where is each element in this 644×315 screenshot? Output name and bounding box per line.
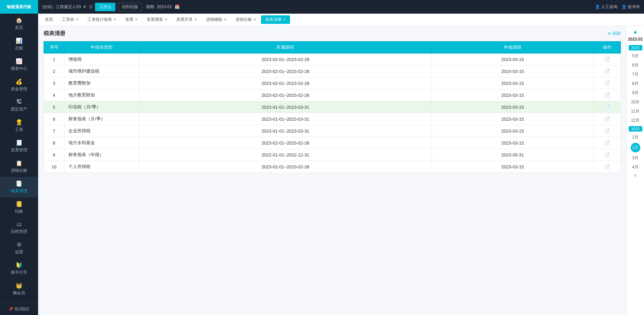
sidebar-item-guide[interactable]: 🔰 新手引导	[0, 258, 38, 279]
tab-tax-register[interactable]: 税表清册 ✕	[261, 15, 290, 24]
view-action-icon[interactable]: 📄	[604, 152, 610, 158]
month-11[interactable]: 11月	[629, 108, 642, 115]
month-5[interactable]: 5月	[629, 52, 642, 60]
period-value: 2023-02	[157, 4, 172, 9]
sidebar-item-purchase-sales[interactable]: 📋 进销台账	[0, 156, 38, 177]
view-action-icon[interactable]: 📄	[604, 164, 610, 169]
period-display: 期期 2023-02 📅	[146, 4, 180, 10]
month-8[interactable]: 8月	[629, 80, 642, 87]
month-12[interactable]: 12月	[629, 117, 642, 124]
cell-type: 个人所得税	[64, 161, 139, 173]
month-7[interactable]: 7月	[629, 71, 642, 78]
close-tab-salary[interactable]: ✕	[76, 17, 79, 22]
tab-salary-report[interactable]: 工资统计报表 ✕	[83, 15, 120, 24]
refresh-button[interactable]: ↻ 刷新	[608, 31, 621, 36]
cell-type: 企业所得税	[64, 125, 139, 137]
topbar-right: 👤 人工咨询 👤 徐泽华	[595, 4, 640, 10]
cell-no: 1	[44, 54, 64, 65]
view-action-icon[interactable]: 📄	[604, 104, 610, 110]
view-action-icon[interactable]: 📄	[604, 69, 610, 74]
sidebar-item-ledger[interactable]: 📊 总账	[0, 34, 38, 55]
avatar-icon: 👤	[622, 4, 627, 9]
sidebar-item-salary[interactable]: 👷 工资	[0, 116, 38, 136]
dropdown-icon: ▼	[83, 4, 87, 9]
sidebar-item-reports[interactable]: 📈 报表中心	[0, 55, 38, 75]
month-9[interactable]: 9月	[629, 89, 642, 96]
cell-deadline: 2023-03-15	[432, 137, 593, 149]
cell-action: 📄	[594, 137, 621, 149]
close-tab-invoice-issue[interactable]: ✕	[194, 17, 197, 22]
view-action-icon[interactable]: 📄	[604, 92, 610, 98]
year-2023-chip[interactable]: 2023	[629, 45, 642, 50]
sidebar-item-label: 畅会员	[13, 290, 25, 296]
tab-invoice[interactable]: 发票 ✕	[121, 15, 142, 24]
cell-no: 2	[44, 65, 64, 77]
company-selector[interactable]: (勿动）江西服宝-LSS ▼	[42, 4, 87, 10]
page-area: 税表清册 ↻ 刷新 序号 申报表类型 所属期间 申报期限 操作	[38, 26, 626, 315]
nav-down-arrow[interactable]: ▼	[633, 173, 638, 179]
workstation-button[interactable]: 工作台	[95, 3, 115, 11]
table-row: 10 个人所得税 2023-02-01~2023-02-28 2023-03-1…	[44, 161, 621, 173]
pin-icon: 📌	[9, 307, 13, 311]
tab-purchase-ledger[interactable]: 进销台账 ✕	[231, 15, 260, 24]
view-action-icon[interactable]: 📄	[604, 128, 610, 134]
close-accounts-icon: 📒	[16, 201, 22, 207]
ledger-icon: 📊	[16, 38, 22, 44]
view-action-icon[interactable]: 📄	[604, 116, 610, 122]
view-action-icon[interactable]: 📄	[604, 57, 610, 62]
cancel-fix-button[interactable]: 📌 取消固定	[0, 303, 38, 315]
tab-salary-table[interactable]: 工资表 ✕	[58, 15, 83, 24]
tab-invoice-issue[interactable]: 发票开具 ✕	[172, 15, 201, 24]
sidebar-item-settings[interactable]: ⚙ 设置	[0, 238, 38, 258]
sidebar-item-fixed-assets[interactable]: 🏗 固定资产	[0, 95, 38, 116]
sidebar-item-invoice[interactable]: 🧾 发票管理	[0, 136, 38, 156]
cell-period: 2023-01-01~2023-03-31	[139, 125, 432, 137]
sidebar-item-member[interactable]: 👑 畅会员	[0, 279, 38, 299]
view-action-icon[interactable]: 📄	[604, 140, 610, 146]
month-2-active[interactable]: 2月	[631, 143, 640, 152]
home-icon: 🏠	[16, 17, 22, 24]
switch-old-button[interactable]: 切到旧版	[118, 3, 142, 11]
close-tab-invoice[interactable]: ✕	[135, 17, 138, 22]
sidebar-item-funds[interactable]: 💰 资金管理	[0, 75, 38, 95]
nav-up-arrow[interactable]: ▲	[633, 29, 638, 35]
right-panel: ▲ 2023.02 2023 5月 6月 7月 8月 9月 10月 11月 12…	[626, 26, 644, 315]
cell-period: 2023-01-01~2023-03-31	[139, 101, 432, 113]
close-tab-tax-register[interactable]: ✕	[283, 17, 286, 22]
cell-deadline: 2023-03-15	[432, 113, 593, 125]
sidebar-item-home[interactable]: 🏠 首页	[0, 14, 38, 34]
tabbar: 首页 工资表 ✕ 工资统计报表 ✕ 发票 ✕ 发票测算 ✕ 发票开具 ✕ 进销稽…	[38, 14, 644, 26]
sidebar-item-close-accounts[interactable]: 📒 结账	[0, 197, 38, 218]
year-2023-second-chip[interactable]: 2023	[629, 126, 642, 132]
month-4[interactable]: 4月	[629, 164, 642, 171]
month-6[interactable]: 6月	[629, 62, 642, 69]
close-tab-invoice-calc[interactable]: ✕	[164, 17, 167, 22]
sidebar-item-label: 税务管理	[11, 188, 27, 194]
cell-action: 📄	[594, 125, 621, 137]
view-action-icon[interactable]: 📄	[604, 80, 610, 86]
sidebar-item-label: 设置	[15, 249, 23, 255]
sidebar-item-archive[interactable]: 🗂 归档管理	[0, 218, 38, 238]
calendar-icon[interactable]: 📅	[175, 4, 180, 9]
cell-type: 增值税	[64, 54, 139, 65]
user-button[interactable]: 👤 徐泽华	[622, 4, 640, 10]
month-1[interactable]: 1月	[629, 134, 642, 141]
settings-icon: ⚙	[17, 241, 21, 248]
tab-invoice-calc[interactable]: 发票测算 ✕	[143, 15, 172, 24]
cell-deadline: 2023-03-15	[432, 161, 593, 173]
month-3[interactable]: 3月	[629, 154, 642, 162]
close-tab-purchase-audit[interactable]: ✕	[224, 17, 227, 22]
table-row: 1 增值税 2023-02-01~2023-02-28 2023-03-15 📄	[44, 54, 621, 65]
cell-deadline: 2023-03-15	[432, 89, 593, 101]
close-tab-salary-report[interactable]: ✕	[113, 17, 116, 22]
copy-icon[interactable]: ⎘	[90, 4, 92, 10]
cell-period: 2023-02-01~2023-02-28	[139, 89, 432, 101]
month-10[interactable]: 10月	[629, 99, 642, 106]
close-tab-purchase-ledger[interactable]: ✕	[253, 17, 256, 22]
tab-purchase-audit[interactable]: 进销稽核 ✕	[202, 15, 231, 24]
sidebar-item-tax[interactable]: 📑 税务管理	[0, 177, 38, 197]
cell-no: 9	[44, 149, 64, 161]
cell-type: 城市维护建设税	[64, 65, 139, 77]
consult-button[interactable]: 👤 人工咨询	[595, 4, 617, 10]
tab-home[interactable]: 首页	[41, 15, 57, 24]
